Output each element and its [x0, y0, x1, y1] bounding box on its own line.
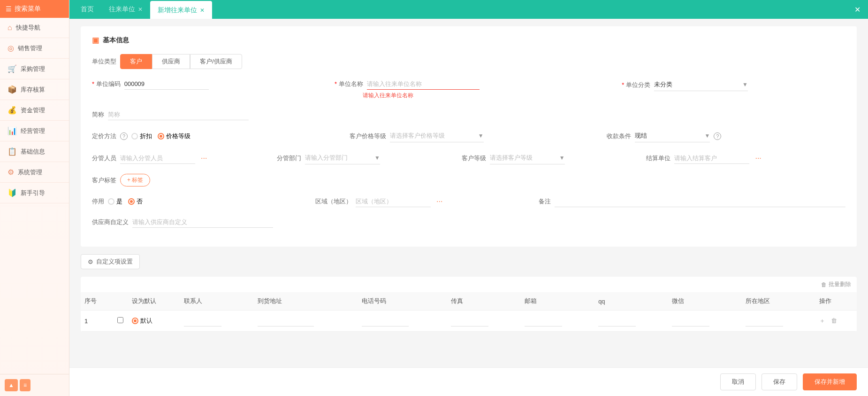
pricing-help-icon[interactable]: ? [120, 132, 128, 140]
name-label: * 单位名称 [335, 80, 363, 88]
settlement-label: 结算单位 [646, 154, 670, 163]
qq-input[interactable] [598, 315, 636, 326]
row-checkbox[interactable] [117, 317, 123, 323]
operations-icon: 📊 [8, 126, 17, 135]
unit-type-both[interactable]: 客户/供应商 [190, 54, 242, 69]
manager-more-icon[interactable]: ··· [199, 154, 209, 163]
disabled-radio-no[interactable]: 否 [128, 197, 143, 206]
unit-type-supplier[interactable]: 供应商 [152, 54, 190, 69]
search-menu[interactable]: ☰ 搜索菜单 [0, 0, 69, 18]
col-email: 邮箱 [521, 292, 594, 311]
payment-terms-value: 现结 [635, 132, 702, 140]
sidebar-item-quick-nav[interactable]: ⌂ 快捷导航 [0, 18, 69, 38]
finance-icon: 💰 [8, 106, 17, 115]
tab-bar: 首页 往来单位 ✕ 新增往来单位 ✕ ✕ [69, 0, 868, 19]
sidebar-item-basic-info[interactable]: 📋 基础信息 [0, 141, 69, 162]
sidebar-bottom-btn-2[interactable]: ≡ [20, 379, 30, 391]
settlement-field: 结算单位 ··· [646, 153, 845, 164]
add-tag-button[interactable]: + 标签 [120, 174, 150, 186]
cell-email[interactable] [521, 311, 594, 332]
manager-input[interactable] [120, 153, 195, 164]
system-icon: ⚙ [8, 168, 14, 177]
pricing-price-level-circle [158, 133, 164, 140]
table-toolbar: 🗑 批量删除 [81, 277, 857, 292]
code-name-category-row: * 单位编码 * 单位名称 请输入往来单位名称 * 单位分类 [92, 78, 845, 100]
disabled-label: 停用 [92, 197, 104, 206]
disabled-radio-yes[interactable]: 是 [108, 197, 122, 206]
supplier-custom-input[interactable] [132, 217, 273, 228]
short-name-field: 简称 [92, 109, 845, 120]
tab-home[interactable]: 首页 [73, 0, 101, 19]
customer-level-select[interactable]: 请选择客户等级 ▼ [490, 152, 565, 164]
cell-address[interactable] [254, 311, 358, 332]
row-default-radio[interactable]: 默认 [132, 317, 176, 325]
bulk-delete-button[interactable]: 🗑 批量删除 [821, 280, 851, 288]
pricing-label: 定价方法 [92, 132, 116, 140]
sidebar-bottom: ▲ ≡ [0, 374, 69, 396]
sidebar-item-system[interactable]: ⚙ 系统管理 [0, 162, 69, 183]
region-field: 区域（地区） ··· [315, 196, 520, 207]
remark-input[interactable] [555, 196, 845, 207]
customer-price-select[interactable]: 请选择客户价格等级 ▼ [390, 130, 484, 142]
dept-select[interactable]: 请输入分管部门 ▼ [305, 152, 380, 164]
pricing-radio-price-level[interactable]: 价格等级 [158, 132, 190, 140]
cell-checkbox[interactable] [113, 311, 128, 332]
cell-phone[interactable] [358, 311, 447, 332]
cell-qq[interactable] [594, 311, 668, 332]
code-label: * 单位编码 [92, 80, 121, 88]
phone-input[interactable] [362, 315, 409, 326]
short-name-label: 简称 [92, 110, 104, 119]
sidebar-bottom-btn-1[interactable]: ▲ [5, 379, 18, 391]
settlement-input[interactable] [674, 153, 749, 164]
row-delete-icon[interactable]: 🗑 [831, 317, 837, 324]
row-add-icon[interactable]: ＋ [819, 317, 825, 324]
cell-default: 默认 [128, 311, 180, 332]
address-input[interactable] [258, 315, 314, 326]
unit-type-customer[interactable]: 客户 [120, 54, 152, 69]
cell-fax[interactable] [447, 311, 521, 332]
bulk-delete-icon: 🗑 [821, 281, 827, 288]
sidebar-item-operations[interactable]: 📊 经营管理 [0, 121, 69, 141]
email-input[interactable] [525, 315, 562, 326]
row-region-input[interactable] [746, 315, 783, 326]
col-seq: 序号 [81, 292, 113, 311]
tab-contacts[interactable]: 往来单位 ✕ [101, 0, 150, 19]
cell-region[interactable] [742, 311, 815, 332]
wechat-input[interactable] [672, 315, 709, 326]
sidebar-item-guide[interactable]: 🔰 新手引导 [0, 183, 69, 203]
section-title: ▣ 基本信息 [92, 36, 845, 45]
supplier-custom-field: 供应商自定义 [92, 217, 845, 228]
close-all-tabs[interactable]: ✕ [851, 5, 864, 14]
sidebar-item-inventory[interactable]: 📦 库存核算 [0, 79, 69, 100]
sidebar: ☰ 搜索菜单 ⌂ 快捷导航 ◎ 销售管理 🛒 采购管理 📦 库存核算 💰 资金管… [0, 0, 69, 396]
name-input[interactable] [367, 78, 480, 90]
contact-input[interactable] [184, 315, 221, 326]
pricing-radio-discount[interactable]: 折扣 [131, 132, 152, 140]
sidebar-item-finance[interactable]: 💰 资金管理 [0, 100, 69, 121]
fax-input[interactable] [451, 315, 488, 326]
code-input[interactable] [124, 78, 209, 90]
code-field: * 单位编码 [92, 78, 316, 90]
manager-row: 分管人员 ··· 分管部门 请输入分管部门 ▼ 客户等级 请选择客户等级 [92, 152, 845, 164]
category-select[interactable]: 未分类 ▼ [654, 78, 748, 91]
region-more-icon[interactable]: ··· [434, 197, 444, 206]
cancel-button[interactable]: 取消 [720, 373, 756, 390]
col-address: 到货地址 [254, 292, 358, 311]
tab-new-contact[interactable]: 新增往来单位 ✕ [150, 1, 212, 20]
sidebar-item-purchase[interactable]: 🛒 采购管理 [0, 59, 69, 79]
tab-contacts-close[interactable]: ✕ [138, 6, 143, 13]
payment-terms-label: 收款条件 [607, 132, 631, 140]
save-and-new-button[interactable]: 保存并新增 [803, 373, 857, 390]
cell-contact[interactable] [180, 311, 254, 332]
tab-new-contact-close[interactable]: ✕ [200, 7, 205, 14]
payment-terms-help-icon[interactable]: ? [714, 132, 721, 140]
custom-settings-button[interactable]: ⚙ 自定义项设置 [81, 254, 140, 269]
short-name-input[interactable] [108, 109, 249, 120]
region-input[interactable] [356, 196, 431, 207]
cell-wechat[interactable] [668, 311, 742, 332]
save-button[interactable]: 保存 [761, 373, 797, 390]
settlement-more-icon[interactable]: ··· [753, 154, 763, 163]
settings-icon: ⚙ [88, 258, 93, 265]
payment-terms-select[interactable]: 现结 ▼ [635, 130, 710, 142]
sidebar-item-sales[interactable]: ◎ 销售管理 [0, 38, 69, 59]
